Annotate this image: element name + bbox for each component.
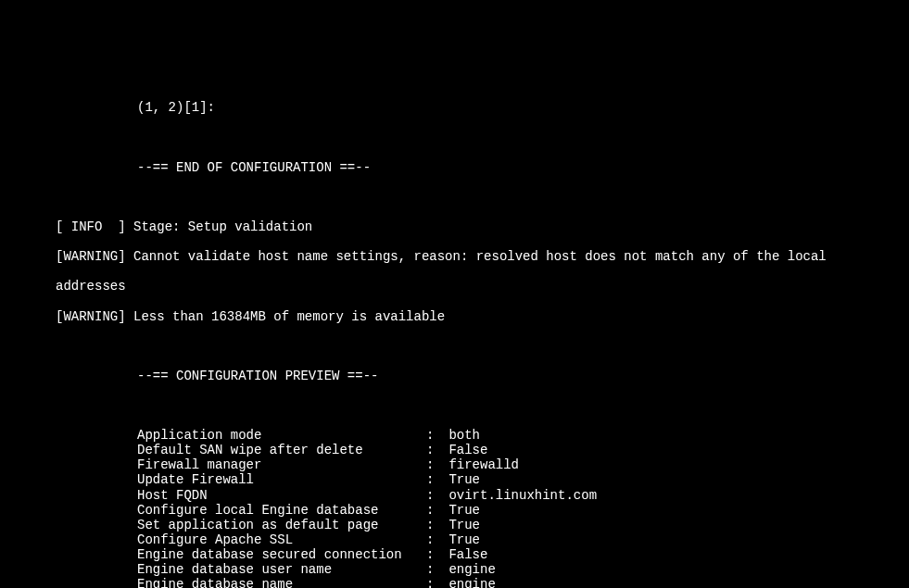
config-row: Engine database name: engine (56, 577, 909, 588)
config-value: True (441, 503, 480, 518)
log-wrap: addresses (56, 279, 909, 294)
config-row: Set application as default page: True (56, 518, 909, 532)
config-key: Update Firewall (137, 472, 426, 487)
config-separator: : (426, 443, 441, 457)
info-text: Stage: Setup validation (133, 219, 312, 234)
config-row: Update Firewall: True (56, 472, 909, 487)
config-separator: : (426, 547, 441, 562)
config-separator: : (426, 457, 441, 472)
warning-text: Cannot validate host name settings, reas… (133, 249, 827, 264)
warning-label: [WARNING] (56, 249, 126, 264)
config-separator: : (426, 428, 441, 443)
config-row: Default SAN wipe after delete: False (56, 443, 909, 457)
config-value: True (441, 532, 480, 547)
input-echo: (1, 2)[1]: (56, 100, 909, 115)
config-separator: : (426, 503, 441, 518)
warning-label: [WARNING] (56, 309, 126, 324)
config-value: engine (441, 562, 496, 577)
config-separator: : (426, 577, 441, 588)
config-row: Engine database user name: engine (56, 562, 909, 577)
log-line-warning: [WARNING] Less than 16384MB of memory is… (56, 309, 909, 324)
config-separator: : (426, 532, 441, 547)
config-value: False (441, 443, 487, 457)
config-key: Engine database user name (137, 562, 426, 577)
config-row: Application mode: both (56, 428, 909, 443)
config-row: Firewall manager: firewalld (56, 457, 909, 472)
config-key: Configure local Engine database (137, 503, 426, 518)
config-value: ovirt.linuxhint.com (441, 488, 597, 503)
config-row: Engine database secured connection: Fals… (56, 547, 909, 562)
config-key: Set application as default page (137, 518, 426, 532)
config-value: False (441, 547, 487, 562)
config-key: Firewall manager (137, 457, 426, 472)
terminal-screen[interactable]: (1, 2)[1]: --== END OF CONFIGURATION ==-… (56, 85, 909, 588)
config-value: firewalld (441, 457, 519, 472)
log-line-info: [ INFO ] Stage: Setup validation (56, 219, 909, 234)
config-row: Configure local Engine database: True (56, 503, 909, 518)
config-preview-header: --== CONFIGURATION PREVIEW ==-- (56, 369, 909, 383)
config-preview-list: Application mode: bothDefault SAN wipe a… (56, 428, 909, 588)
config-separator: : (426, 472, 441, 487)
warning-text: Less than 16384MB of memory is available (133, 309, 445, 324)
config-value: engine (441, 577, 496, 588)
config-key: Default SAN wipe after delete (137, 443, 426, 457)
config-value: True (441, 472, 480, 487)
end-of-config-header: --== END OF CONFIGURATION ==-- (56, 160, 909, 175)
config-row: Configure Apache SSL: True (56, 532, 909, 547)
config-key: Configure Apache SSL (137, 532, 426, 547)
info-label: [ INFO ] (56, 219, 126, 234)
config-separator: : (426, 518, 441, 532)
config-key: Host FQDN (137, 488, 426, 503)
config-key: Engine database name (137, 577, 426, 588)
config-separator: : (426, 562, 441, 577)
config-key: Engine database secured connection (137, 547, 426, 562)
log-line-warning: [WARNING] Cannot validate host name sett… (56, 249, 909, 264)
config-value: True (441, 518, 480, 532)
config-key: Application mode (137, 428, 426, 443)
config-separator: : (426, 488, 441, 503)
config-value: both (441, 428, 480, 443)
config-row: Host FQDN: ovirt.linuxhint.com (56, 488, 909, 503)
